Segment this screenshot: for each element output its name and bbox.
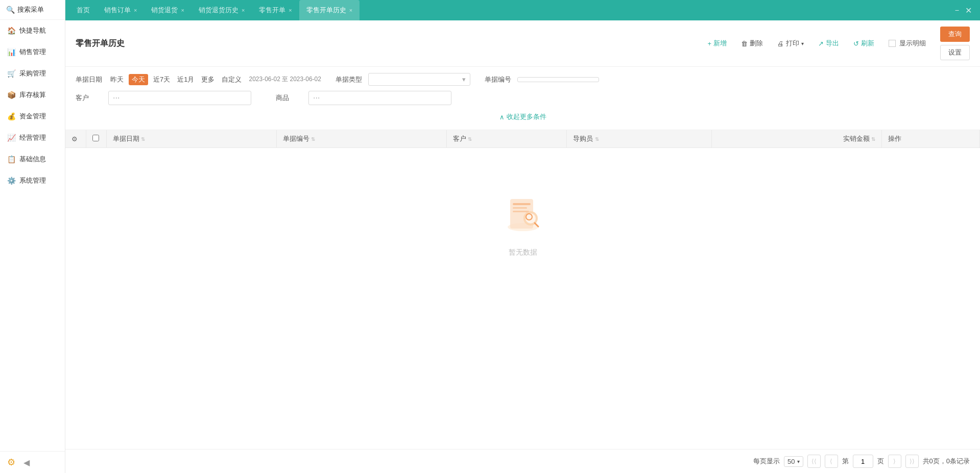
box-icon: 📦 [7, 91, 15, 99]
delete-label: 删除 [750, 39, 763, 48]
sidebar-item-inventory[interactable]: 📦 库存核算 [0, 84, 65, 106]
customer-sort-icon[interactable]: ⇅ [468, 136, 472, 142]
home-icon: 🏠 [7, 27, 15, 35]
display-label: 显示明细 [899, 39, 926, 48]
date-opt-custom[interactable]: 自定义 [220, 74, 244, 85]
gear-icon: ⚙️ [7, 177, 15, 185]
date-range-display: 2023-06-02 至 2023-06-02 [249, 75, 321, 84]
th-operations: 操作 [882, 130, 980, 148]
settings-button[interactable]: 设置 [940, 45, 970, 60]
bill-no-input[interactable] [517, 77, 599, 82]
page-area: 零售开单历史 + 新增 🗑 删除 🖨 打印 ▾ ↗ 导出 [65, 20, 980, 473]
sidebar-item-basic-info[interactable]: 📋 基础信息 [0, 148, 65, 170]
page-number-input[interactable] [853, 455, 873, 468]
pagination-bar: 每页显示 50 ▾ ⟨⟨ ⟨ 第 页 ⟩ ⟩⟩ 共0页，0条记录 [65, 449, 980, 473]
goods-input[interactable]: ··· [308, 91, 451, 105]
sidebar-item-label: 采购管理 [19, 69, 46, 78]
add-button[interactable]: + 新增 [703, 37, 731, 50]
tab-sales-order[interactable]: 销售订单 × [97, 0, 144, 20]
sidebar-search[interactable]: 🔍 搜索采单 [0, 0, 65, 20]
filter-row-1: 单据日期 昨天 今天 近7天 近1月 更多 自定义 2023-06-02 至 2… [76, 73, 970, 86]
data-table: ⚙ 单据日期 ⇅ 单据编号 ⇅ [65, 130, 980, 148]
collapse-bar[interactable]: ∧ 收起更多条件 [76, 110, 970, 123]
sidebar-item-finance-mgmt[interactable]: 💰 资金管理 [0, 106, 65, 127]
sidebar-item-label: 基础信息 [19, 155, 46, 164]
sidebar-footer: ⚙ ◀ [0, 451, 65, 473]
th-amount-label: 实销金额 [843, 135, 870, 142]
minimize-icon[interactable]: － [953, 5, 961, 16]
tab-retail-history-close[interactable]: × [349, 7, 352, 13]
table-wrapper: ⚙ 单据日期 ⇅ 单据编号 ⇅ [65, 130, 980, 449]
settings-footer-icon[interactable]: ⚙ [7, 457, 15, 468]
tab-sales-return-close[interactable]: × [181, 7, 184, 13]
th-salesperson: 导购员 ⇅ [567, 130, 712, 148]
date-sort-icon[interactable]: ⇅ [141, 136, 145, 142]
customer-input[interactable]: ··· [108, 91, 251, 105]
filter-area: 单据日期 昨天 今天 近7天 近1月 更多 自定义 2023-06-02 至 2… [65, 67, 980, 130]
delete-icon: 🗑 [741, 40, 748, 47]
prev-page-button[interactable]: ⟨ [825, 455, 838, 468]
page-label-after: 页 [877, 457, 884, 466]
th-settings: ⚙ [65, 130, 86, 148]
filter-row-2: 客户 ··· 商品 ··· [76, 91, 970, 105]
date-opt-more[interactable]: 更多 [199, 74, 217, 85]
export-button[interactable]: ↗ 导出 [814, 37, 843, 50]
th-salesperson-label: 导购员 [573, 135, 593, 142]
svg-rect-4 [513, 211, 529, 212]
bill-no-sort-icon[interactable]: ⇅ [311, 136, 315, 142]
refresh-icon: ↺ [853, 40, 859, 47]
sidebar-item-system-mgmt[interactable]: ⚙️ 系统管理 [0, 170, 65, 191]
bill-type-select[interactable]: ▾ [368, 73, 470, 86]
tab-retail-open-close[interactable]: × [289, 7, 292, 13]
date-opt-1month[interactable]: 近1月 [175, 74, 196, 85]
delete-button[interactable]: 🗑 删除 [737, 37, 767, 50]
date-opt-7days[interactable]: 近7天 [151, 74, 172, 85]
print-button[interactable]: 🖨 打印 ▾ [773, 37, 808, 50]
tab-bar-controls: － ✕ [953, 5, 976, 16]
sidebar: 🔍 搜索采单 🏠 快捷导航 📊 销售管理 🛒 采购管理 📦 库存核算 💰 资金管… [0, 0, 65, 473]
select-all-checkbox[interactable] [92, 135, 99, 141]
sidebar-item-quick-nav[interactable]: 🏠 快捷导航 [0, 20, 65, 41]
goods-filter-label: 商品 [276, 93, 304, 103]
th-bill-no-label: 单据编号 [283, 135, 309, 142]
tab-sales-return-history[interactable]: 销货退货历史 × [192, 0, 252, 20]
sidebar-item-label: 销售管理 [19, 47, 46, 57]
cart-icon: 🛒 [7, 69, 15, 78]
date-opt-yesterday[interactable]: 昨天 [108, 74, 126, 85]
sidebar-item-label: 系统管理 [19, 176, 46, 185]
query-button[interactable]: 查询 [940, 27, 970, 42]
last-page-button[interactable]: ⟩⟩ [905, 455, 919, 468]
print-label: 打印 [786, 39, 799, 48]
th-amount: 实销金额 ⇅ [712, 130, 882, 148]
date-opt-today[interactable]: 今天 [129, 74, 148, 85]
first-page-button[interactable]: ⟨⟨ [807, 455, 821, 468]
display-checkbox[interactable] [889, 40, 896, 47]
bill-type-label: 单据类型 [336, 75, 364, 84]
toolbar: + 新增 🗑 删除 🖨 打印 ▾ ↗ 导出 ↺ 刷新 [703, 27, 970, 60]
tab-sales-return-label: 销货退货 [151, 6, 178, 15]
refresh-button[interactable]: ↺ 刷新 [849, 37, 878, 50]
tab-sales-return-history-close[interactable]: × [242, 7, 245, 13]
collapse-sidebar-icon[interactable]: ◀ [23, 458, 30, 467]
tab-sales-order-close[interactable]: × [134, 7, 137, 13]
add-icon: + [707, 40, 711, 47]
tab-sales-return[interactable]: 销货退货 × [144, 0, 191, 20]
page-size-select[interactable]: 50 ▾ [784, 456, 803, 467]
tab-retail-open[interactable]: 零售开单 × [252, 0, 299, 20]
tab-home[interactable]: 首页 [69, 0, 97, 20]
date-options: 昨天 今天 近7天 近1月 更多 自定义 2023-06-02 至 2023-0… [108, 74, 321, 85]
tab-retail-history[interactable]: 零售开单历史 × [299, 0, 360, 20]
empty-icon [497, 189, 548, 240]
display-detail-button[interactable]: 显示明细 [885, 37, 930, 50]
th-bill-no: 单据编号 ⇅ [276, 130, 446, 148]
next-page-button[interactable]: ⟩ [888, 455, 901, 468]
table-settings-icon[interactable]: ⚙ [71, 135, 78, 143]
close-window-icon[interactable]: ✕ [965, 6, 972, 15]
sidebar-item-sales-mgmt[interactable]: 📊 销售管理 [0, 41, 65, 63]
bill-no-label: 单据编号 [485, 75, 513, 84]
empty-text: 暂无数据 [509, 248, 537, 257]
salesperson-sort-icon[interactable]: ⇅ [595, 136, 599, 142]
sidebar-item-purchase-mgmt[interactable]: 🛒 采购管理 [0, 63, 65, 84]
sidebar-item-business-mgmt[interactable]: 📈 经营管理 [0, 127, 65, 148]
amount-sort-icon[interactable]: ⇅ [871, 136, 875, 142]
